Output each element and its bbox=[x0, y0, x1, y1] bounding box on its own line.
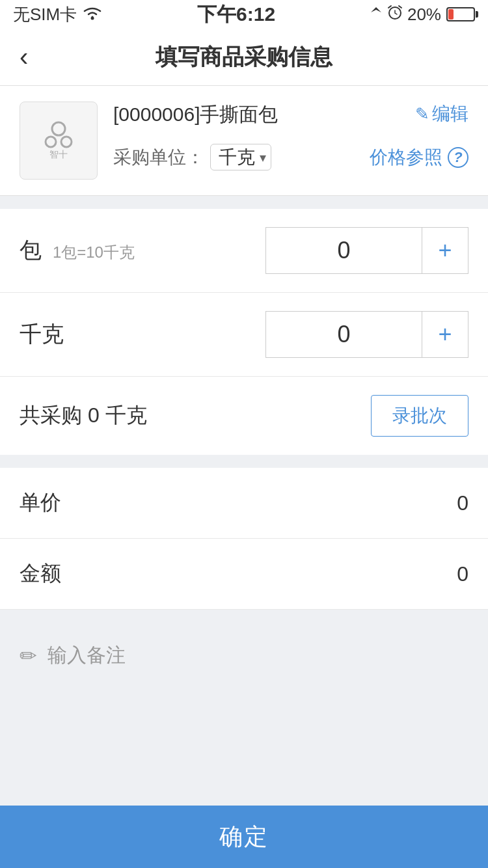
status-bar-left: 无SIM卡 bbox=[13, 3, 103, 26]
status-bar: 无SIM卡 下午6:12 20% bbox=[0, 0, 488, 29]
svg-point-4 bbox=[61, 137, 72, 147]
price-ref-link[interactable]: 价格参照 ? bbox=[370, 145, 468, 170]
product-header: [0000006]手撕面包 ✎ 编辑 bbox=[113, 102, 468, 128]
confirm-button[interactable]: 确定 bbox=[0, 806, 488, 868]
price-ref-help-icon[interactable]: ? bbox=[448, 147, 468, 168]
battery-percentage: 20% bbox=[407, 5, 441, 25]
edit-link[interactable]: ✎ 编辑 bbox=[415, 102, 468, 126]
unit-prefix: 采购单位： bbox=[113, 147, 204, 167]
section-divider-3 bbox=[0, 610, 488, 623]
bag-plus-button[interactable]: + bbox=[422, 227, 468, 274]
svg-point-2 bbox=[52, 122, 65, 135]
summary-prefix: 共采购 bbox=[20, 403, 82, 427]
product-info: [0000006]手撕面包 ✎ 编辑 采购单位： 千克 包 bbox=[113, 102, 468, 170]
kg-input-right: + bbox=[265, 311, 468, 358]
unit-selector-area[interactable]: 采购单位： 千克 包 bbox=[113, 144, 271, 170]
carrier-label: 无SIM卡 bbox=[13, 3, 77, 26]
summary-unit: 千克 bbox=[105, 403, 147, 427]
unit-select-wrapper[interactable]: 千克 包 bbox=[210, 144, 271, 170]
remark-section[interactable]: ✏ 输入备注 bbox=[0, 623, 488, 688]
product-unit-row: 采购单位： 千克 包 价格参照 ? bbox=[113, 144, 468, 170]
product-card: 智十 [0000006]手撕面包 ✎ 编辑 采购单位： 千克 bbox=[0, 86, 488, 196]
amount-row: 金额 0 bbox=[0, 539, 488, 610]
wifi-icon bbox=[82, 5, 103, 25]
unit-price-value: 0 bbox=[457, 491, 468, 515]
bag-sublabel: 1包=10千克 bbox=[53, 243, 135, 261]
svg-point-3 bbox=[46, 137, 56, 147]
summary-text-area: 共采购 0 千克 bbox=[20, 401, 147, 430]
svg-text:智十: 智十 bbox=[49, 149, 68, 159]
status-bar-right: 20% bbox=[370, 4, 475, 25]
pencil-icon: ✏ bbox=[20, 644, 37, 668]
amount-value: 0 bbox=[457, 562, 468, 586]
section-divider-2 bbox=[0, 455, 488, 468]
product-image: 智十 bbox=[20, 102, 98, 180]
summary-row: 共采购 0 千克 录批次 bbox=[0, 377, 488, 455]
main-content: 智十 [0000006]手撕面包 ✎ 编辑 采购单位： 千克 bbox=[0, 86, 488, 868]
nav-bar: ‹ 填写商品采购信息 bbox=[0, 29, 488, 86]
back-button[interactable]: ‹ bbox=[20, 42, 28, 72]
bag-input-right: + bbox=[265, 227, 468, 274]
battery-icon bbox=[446, 7, 475, 21]
kg-label: 千克 bbox=[20, 321, 64, 346]
remark-placeholder: 输入备注 bbox=[47, 642, 126, 669]
input-section: 包 1包=10千克 + 千克 + 共采购 0 千克 bbox=[0, 209, 488, 455]
bag-label-area: 包 1包=10千克 bbox=[20, 236, 135, 265]
summary-amount: 0 bbox=[88, 403, 100, 427]
product-image-placeholder: 智十 bbox=[33, 111, 85, 171]
unit-price-row: 单价 0 bbox=[0, 468, 488, 539]
svg-point-0 bbox=[91, 16, 94, 20]
kg-quantity-input[interactable] bbox=[265, 311, 422, 358]
kg-input-row: 千克 + bbox=[0, 293, 488, 377]
amount-label: 金额 bbox=[20, 560, 61, 588]
kg-plus-button[interactable]: + bbox=[422, 311, 468, 358]
price-section: 单价 0 金额 0 bbox=[0, 468, 488, 610]
unit-select[interactable]: 千克 包 bbox=[210, 144, 271, 170]
bag-input-row: 包 1包=10千克 + bbox=[0, 209, 488, 293]
edit-icon: ✎ bbox=[415, 104, 429, 124]
batch-button[interactable]: 录批次 bbox=[371, 395, 468, 437]
kg-label-area: 千克 bbox=[20, 319, 64, 349]
bag-quantity-input[interactable] bbox=[265, 227, 422, 274]
status-bar-time: 下午6:12 bbox=[197, 1, 275, 28]
bag-label: 包 bbox=[20, 237, 42, 262]
page-title: 填写商品采购信息 bbox=[156, 42, 332, 72]
unit-price-label: 单价 bbox=[20, 489, 61, 517]
location-icon bbox=[370, 5, 383, 25]
product-name: [0000006]手撕面包 bbox=[113, 102, 415, 128]
alarm-icon bbox=[386, 4, 403, 25]
section-divider-1 bbox=[0, 196, 488, 209]
